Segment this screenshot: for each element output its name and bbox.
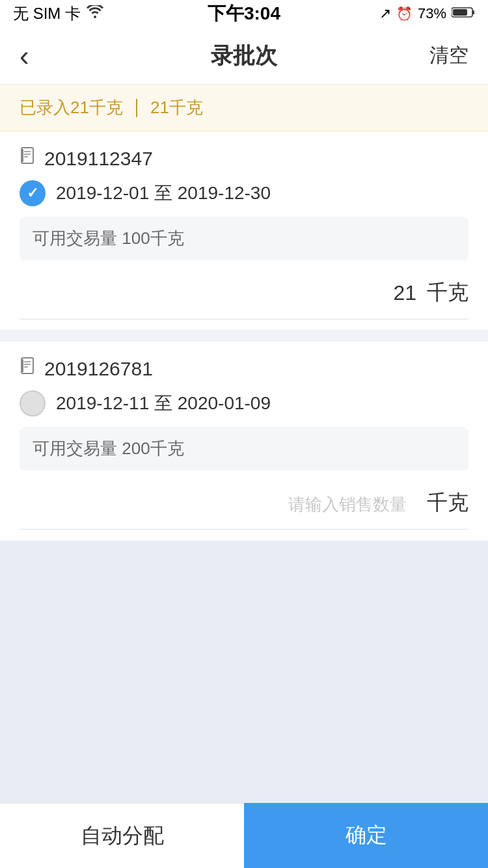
banner-divider	[136, 99, 137, 117]
status-bar-time: 下午3:04	[208, 1, 280, 26]
status-bar-right: ↗ ⏰ 73%	[379, 5, 475, 22]
batch-1-checkmark: ✓	[27, 185, 38, 202]
batch-card-1: 2019112347 ✓ 2019-12-01 至 2019-12-30 可用交…	[0, 131, 488, 330]
empty-area	[0, 541, 488, 803]
batch-1-input-wrapper: 21 千克	[0, 267, 488, 330]
confirm-button[interactable]: 确定	[244, 803, 488, 868]
svg-rect-7	[21, 149, 23, 162]
batch-1-radio[interactable]: ✓	[20, 180, 46, 206]
batch-2-input-wrapper: 千克	[0, 477, 488, 540]
batch-1-id: 2019112347	[44, 148, 153, 170]
back-button[interactable]: ‹	[20, 40, 59, 72]
batch-1-input-row: 21 千克	[0, 267, 488, 319]
recorded-amount: 已录入21千克	[20, 96, 123, 119]
bottom-bar: 自动分配 确定	[0, 803, 488, 868]
batch-card-2: 2019126781 2019-12-11 至 2020-01-09 可用交易量…	[0, 342, 488, 540]
svg-rect-12	[21, 359, 23, 372]
nav-bar: ‹ 录批次 清空	[0, 27, 488, 85]
batch-2-divider	[20, 529, 468, 530]
batch-1-icon	[20, 147, 38, 170]
batch-1-availability: 可用交易量 100千克	[20, 217, 468, 260]
info-banner: 已录入21千克 21千克	[0, 85, 488, 131]
battery-icon	[452, 5, 475, 22]
content-area: 2019112347 ✓ 2019-12-01 至 2019-12-30 可用交…	[0, 131, 488, 868]
batch-1-quantity: 21	[393, 281, 416, 305]
status-bar: 无 SIM 卡 下午3:04 ↗ ⏰ 73%	[0, 0, 488, 27]
batch-2-unit: 千克	[427, 489, 468, 517]
svg-rect-2	[453, 9, 467, 16]
batch-2-input-row: 千克	[0, 477, 488, 529]
batch-1-date-row[interactable]: ✓ 2019-12-01 至 2019-12-30	[0, 176, 488, 213]
alarm-icon: ⏰	[396, 6, 413, 21]
clear-button[interactable]: 清空	[429, 42, 468, 69]
batch-2-date: 2019-12-11 至 2020-01-09	[56, 391, 271, 416]
status-bar-left: 无 SIM 卡	[13, 3, 104, 24]
batch-1-header: 2019112347	[0, 131, 488, 176]
svg-rect-1	[472, 10, 474, 14]
page-wrapper: 无 SIM 卡 下午3:04 ↗ ⏰ 73% ‹ 录批次 清空	[0, 0, 488, 868]
battery-percent: 73%	[418, 5, 446, 22]
batch-2-id: 2019126781	[44, 358, 153, 380]
batch-2-availability: 可用交易量 200千克	[20, 427, 468, 470]
batch-1-divider	[20, 319, 468, 319]
batch-1-unit: 千克	[427, 278, 468, 307]
sim-text: 无 SIM 卡	[13, 3, 81, 24]
batch-2-quantity-input[interactable]	[286, 491, 416, 515]
batch-2-date-row[interactable]: 2019-12-11 至 2020-01-09	[0, 387, 488, 423]
batch-2-radio[interactable]	[20, 390, 46, 416]
batch-2-icon	[20, 357, 38, 380]
auto-distribute-button[interactable]: 自动分配	[0, 803, 244, 868]
location-icon: ↗	[379, 5, 391, 22]
section-separator	[0, 331, 488, 342]
page-title: 录批次	[211, 41, 277, 71]
batch-2-header: 2019126781	[0, 342, 488, 387]
wifi-icon	[86, 5, 104, 22]
batch-1-date: 2019-12-01 至 2019-12-30	[56, 181, 271, 206]
total-amount: 21千克	[150, 96, 203, 119]
